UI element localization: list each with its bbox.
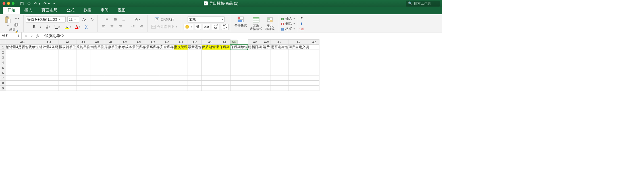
align-left-button[interactable] [100,24,107,30]
cell-AQ4[interactable] [174,60,188,65]
cell-AQ8[interactable] [174,81,188,86]
cell-AO6[interactable] [146,70,160,75]
save-icon[interactable] [20,1,24,5]
cell-AX7[interactable] [271,75,288,81]
column-header-AN[interactable]: AN [132,40,146,45]
column-header-AV[interactable]: AV [248,40,262,45]
cell-AX2[interactable] [271,50,288,55]
cell-AL1[interactable]: 库存单位 [104,45,118,50]
cell-AJ5[interactable] [76,65,90,70]
align-right-button[interactable] [117,24,124,30]
cell-AL6[interactable] [104,70,118,75]
column-header-AQ[interactable]: AQ [174,40,188,45]
cell-AX4[interactable] [271,60,288,65]
align-bottom-button[interactable] [121,17,127,22]
cell-AY7[interactable] [288,75,309,81]
column-header-AK[interactable]: AK [90,40,104,45]
percent-button[interactable]: % [195,24,201,30]
cell-AL7[interactable] [104,75,118,81]
cell-AP5[interactable] [160,65,174,70]
cell-AR7[interactable] [188,75,201,81]
cell-AT2[interactable] [219,50,230,55]
cell-AG1[interactable]: 辅计量4是否包装单位 [6,45,39,50]
cell-AM2[interactable] [118,50,132,55]
cell-AH8[interactable] [39,81,59,86]
cell-AY9[interactable] [288,86,309,91]
cell-AW4[interactable] [262,60,271,65]
align-middle-button[interactable] [112,17,119,22]
cell-AP4[interactable] [160,60,174,65]
cell-AL5[interactable] [104,65,118,70]
conditional-formatting-button[interactable]: 条件格式 [233,16,248,27]
cell-AP6[interactable] [160,70,174,75]
cell-AI4[interactable] [59,60,76,65]
cell-AS6[interactable] [201,70,219,75]
cell-AV7[interactable] [248,75,262,81]
cell-AH7[interactable] [39,75,59,81]
font-name-select[interactable]: 等线 Regular (正文)▾ [26,16,66,22]
cell-AV9[interactable] [248,86,262,91]
tab-公式[interactable]: 公式 [62,7,79,14]
format-as-table-button[interactable]: 套用 表格格式 [249,16,263,30]
cell-AT3[interactable] [219,55,230,60]
column-header-AT[interactable]: AT [219,40,230,45]
select-all-corner[interactable] [0,40,6,45]
cell-AW2[interactable] [262,50,271,55]
column-header-AI[interactable]: AI [59,40,76,45]
cell-AO7[interactable] [146,75,160,81]
cell-AG9[interactable] [6,86,39,91]
cell-AH4[interactable] [39,60,59,65]
cell-AM1[interactable]: 参考成本 [118,45,132,50]
enter-formula-button[interactable]: ✓ [30,34,34,38]
cell-AJ4[interactable] [76,60,90,65]
column-header-AZ[interactable]: AZ [309,40,319,45]
cell-AG4[interactable] [6,60,39,65]
increase-font-button[interactable]: A▴ [81,17,88,22]
name-box[interactable]: AU1 ▲▼ [0,32,22,39]
row-header-9[interactable]: 9 [0,86,6,91]
cell-AT6[interactable] [219,70,230,75]
increase-indent-button[interactable] [138,24,145,30]
cut-button[interactable]: ✂︎▾ [13,16,21,21]
paste-button[interactable]: ▾ [4,16,11,27]
italic-button[interactable]: I [39,24,43,30]
cell-AV8[interactable] [248,81,262,86]
cell-AZ5[interactable] [309,65,319,70]
cell-AR3[interactable] [188,55,201,60]
row-header-7[interactable]: 7 [0,75,6,81]
cell-styles-button[interactable]: 单元 格样式 [264,16,276,30]
tab-数据[interactable]: 数据 [79,7,96,14]
row-header-4[interactable]: 4 [0,60,6,65]
cell-AW3[interactable] [262,55,271,60]
increase-decimal-button[interactable]: ←.0.00 [212,24,219,30]
cell-AY5[interactable] [288,65,309,70]
cell-AR1[interactable]: 最新进价 [188,45,201,50]
cell-AK9[interactable] [90,86,104,91]
cell-AX1[interactable]: 是否走冻链 [271,45,288,50]
redo-button[interactable]: ↷ ▾ [43,1,50,6]
cell-AV2[interactable] [248,50,262,55]
cell-AG6[interactable] [6,70,39,75]
fill-button[interactable]: ⬇ [300,21,304,26]
orientation-button[interactable]: ab▾ [133,17,141,22]
cell-AP2[interactable] [160,50,174,55]
print-icon[interactable] [27,1,31,5]
cell-AH2[interactable] [39,50,59,55]
cell-AL9[interactable] [104,86,118,91]
cell-AM9[interactable] [118,86,132,91]
cell-AS1[interactable]: 保质期管理 [201,45,219,50]
cell-AJ1[interactable]: 采购单位 [76,45,90,50]
row-header-6[interactable]: 6 [0,70,6,75]
cell-AO5[interactable] [146,65,160,70]
column-header-AR[interactable]: AR [188,40,201,45]
column-header-AL[interactable]: AL [104,40,118,45]
cell-AT8[interactable] [219,81,230,86]
cell-AW9[interactable] [262,86,271,91]
cell-AJ9[interactable] [76,86,90,91]
cell-AY2[interactable] [288,50,309,55]
cell-AT1[interactable]: 保质期 [219,45,230,50]
cell-AX8[interactable] [271,81,288,86]
cell-AN5[interactable] [132,65,146,70]
cell-AZ2[interactable] [309,50,319,55]
cell-AR6[interactable] [188,70,201,75]
